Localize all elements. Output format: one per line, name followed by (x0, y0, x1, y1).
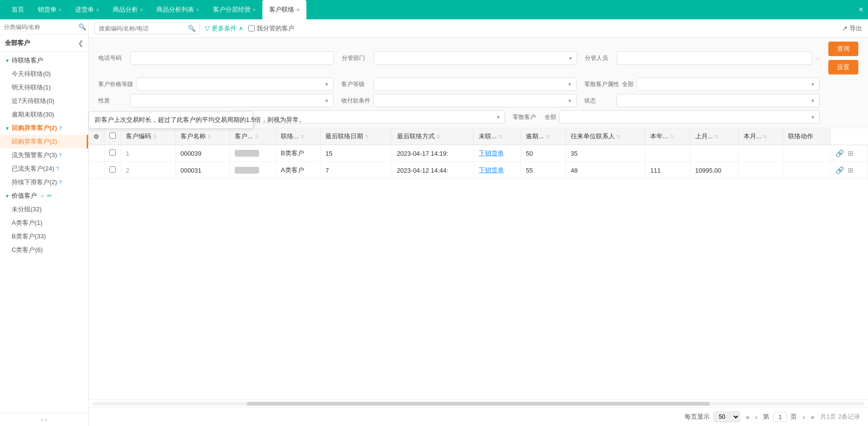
row1-overdue: 35 (565, 145, 645, 162)
export-button[interactable]: ↗ 导出 (842, 24, 862, 33)
search-input[interactable] (99, 25, 186, 32)
row1-checkbox[interactable] (105, 145, 121, 162)
prev-page-button[interactable]: ‹ (753, 412, 759, 422)
filter-row-2: 客户价格等级 ▼ 客户等级 ▼ 零散客户属性 全部 (94, 77, 862, 91)
row1-grid-icon[interactable]: ⊞ (848, 149, 853, 157)
person-select[interactable] (617, 51, 812, 65)
nav-tab-analysis-list[interactable]: 商品分析列表 × (150, 0, 206, 19)
last-page-button[interactable]: » (809, 412, 816, 422)
dept-select[interactable]: ▼ (374, 51, 578, 65)
col-contact-person[interactable]: 往来单位联系人 ⇅ (565, 128, 645, 145)
close-contact-icon[interactable]: × (296, 0, 299, 19)
row2-last-month (738, 162, 783, 179)
row2-checkbox[interactable] (105, 162, 121, 179)
close-purchase-icon[interactable]: × (96, 0, 99, 19)
customer-type-arrow-icon: ▼ (496, 115, 501, 120)
sidebar-item-overdue[interactable]: 逾期未联络(30) (0, 108, 88, 121)
sidebar-search-icon[interactable]: 🔍 (78, 23, 86, 30)
close-analysis-list-icon[interactable]: × (196, 0, 199, 19)
row2-last-date: 2023-04-12 14:44: (392, 162, 473, 179)
top-nav: 首页 销货单 × 进货单 × 商品分析 × 商品分析列表 × 客户分层经营 × … (0, 0, 868, 19)
repurchase-help-icon[interactable]: ? (59, 125, 62, 131)
person-more-dots[interactable]: ··· (815, 55, 821, 62)
set-button[interactable]: 设置 (828, 60, 858, 74)
col-unlink[interactable]: 未联... ⇅ (474, 128, 521, 145)
row1-link-icon[interactable]: 🔗 (836, 149, 844, 157)
first-page-button[interactable]: « (744, 412, 751, 422)
col-this-year[interactable]: 本年... ⇅ (645, 128, 690, 145)
sidebar-item-churned[interactable]: 已流失客户(24) ? (0, 162, 88, 176)
query-button[interactable]: 查询 (828, 42, 858, 56)
col-last-month[interactable]: 上月... ⇅ (690, 128, 738, 145)
nav-tab-analysis[interactable]: 商品分析 × (106, 0, 150, 19)
row2-grid-icon[interactable]: ⊞ (848, 166, 853, 174)
row2-check[interactable] (109, 166, 116, 173)
col-this-month[interactable]: 本月... ⇅ (738, 128, 783, 145)
sidebar-item-declining[interactable]: 持续下滑客户(2) ? (0, 176, 88, 189)
tooltip-close[interactable]: ··· (252, 116, 256, 121)
tree-group-value-label[interactable]: ▼ 价值客户 ○ ✏ (0, 189, 88, 203)
price-level-select[interactable]: ▼ (136, 77, 334, 91)
col-overdue[interactable]: 逾期... ⇅ (521, 128, 565, 145)
col-name[interactable]: 客户名称 ⇅ (175, 128, 230, 145)
nav-tab-customer-contact[interactable]: 客户联络 × (262, 0, 306, 19)
more-filter-button[interactable]: ▽ 更多条件 ∧ (205, 24, 244, 33)
close-sales-icon[interactable]: × (59, 0, 61, 19)
arrow-repurchase-icon: ▼ (5, 126, 10, 131)
my-customer-checkbox[interactable]: 我分管的客户 (248, 24, 294, 33)
col-code[interactable]: 客户编码 ⇅ (121, 128, 176, 145)
row1-last-date: 2023-04-17 14:19: (392, 145, 473, 162)
row1-check[interactable] (109, 149, 116, 156)
status-select[interactable]: ▼ (616, 94, 820, 107)
row2-last-method[interactable]: 下销货单 (474, 162, 521, 179)
tree-group-pending-label[interactable]: ▼ 待联络客户 (0, 54, 88, 67)
settings-col-header[interactable]: ⚙ (89, 128, 105, 145)
nature-select[interactable]: ▼ (130, 94, 334, 107)
row2-link-icon[interactable]: 🔗 (836, 166, 844, 174)
per-page-select[interactable]: 50 100 200 (714, 411, 740, 422)
checkbox-col-header[interactable] (105, 128, 121, 145)
search-bar-icon[interactable]: 🔍 (188, 25, 196, 32)
sidebar-item-c-class[interactable]: C类客户(6) (0, 243, 88, 257)
col-category[interactable]: 客户... ⇅ (230, 128, 276, 145)
customer-level-select[interactable]: ▼ (373, 77, 577, 91)
value-customer-edit-icon[interactable]: ✏ (47, 192, 52, 199)
right-content: 🔍 ▽ 更多条件 ∧ 我分管的客户 ↗ 导出 电话号码 (89, 19, 868, 426)
sidebar-item-churn-warning[interactable]: 流失预警客户(3) ? (0, 148, 88, 162)
window-close-button[interactable]: × (859, 5, 863, 14)
row1-last-method[interactable]: 下销货单 (474, 145, 521, 162)
nav-home[interactable]: 首页 (5, 0, 31, 19)
horizontal-scrollbar[interactable] (89, 399, 868, 407)
filter-cell-customer-level: 客户等级 ▼ (337, 77, 580, 91)
sidebar-item-b-class[interactable]: B类客户(33) (0, 230, 88, 243)
sort-unlink-icon: ⇅ (499, 134, 503, 139)
nav-tab-customer-segment[interactable]: 客户分层经营 × (206, 0, 262, 19)
retail-attr-select[interactable]: ▼ (637, 77, 820, 91)
payment-select[interactable]: ▼ (373, 94, 577, 107)
col-contact-days[interactable]: 联络... ⇅ (275, 128, 320, 145)
current-page-input[interactable]: 1 (773, 412, 787, 422)
close-analysis-icon[interactable]: × (140, 0, 143, 19)
sidebar-item-7days[interactable]: 近7天待联络(0) (0, 94, 88, 108)
my-customer-check[interactable] (248, 25, 255, 31)
sidebar-item-today[interactable]: 今天待联络(0) (0, 67, 88, 81)
col-last-method[interactable]: 最后联络方式 ⇅ (392, 128, 473, 145)
phone-input[interactable] (130, 51, 334, 65)
sidebar-item-ungrouped[interactable]: 未分组(32) (0, 203, 88, 216)
sidebar-search-input[interactable] (4, 24, 76, 30)
nav-tab-purchase[interactable]: 进货单 × (68, 0, 106, 19)
select-all-checkbox[interactable] (109, 132, 116, 139)
sidebar-item-a-class[interactable]: A类客户(1) (0, 216, 88, 230)
nav-tab-sales[interactable]: 销货单 × (31, 0, 68, 19)
col-last-date[interactable]: 最后联络日期 ⇅ (320, 128, 392, 145)
tree-group-pending: ▼ 待联络客户 今天待联络(0) 明天待联络(1) 近7天待联络(0) 逾期未联… (0, 54, 88, 121)
sidebar-bottom[interactable]: ‹ › (0, 412, 88, 426)
next-page-button[interactable]: › (801, 412, 807, 422)
sidebar-item-tomorrow[interactable]: 明天待联络(1) (0, 81, 88, 94)
tree-group-repurchase-label[interactable]: ▼ 回购异常客户(2) ? (0, 121, 88, 135)
retail-customer-select[interactable]: ▼ (559, 110, 820, 124)
value-customer-circle-icon[interactable]: ○ (41, 192, 44, 199)
close-segment-icon[interactable]: × (253, 0, 256, 19)
collapse-sidebar-icon[interactable]: ❮ (78, 40, 83, 47)
sidebar-item-repurchase-active[interactable]: 回购异常客户(2) (0, 135, 88, 148)
